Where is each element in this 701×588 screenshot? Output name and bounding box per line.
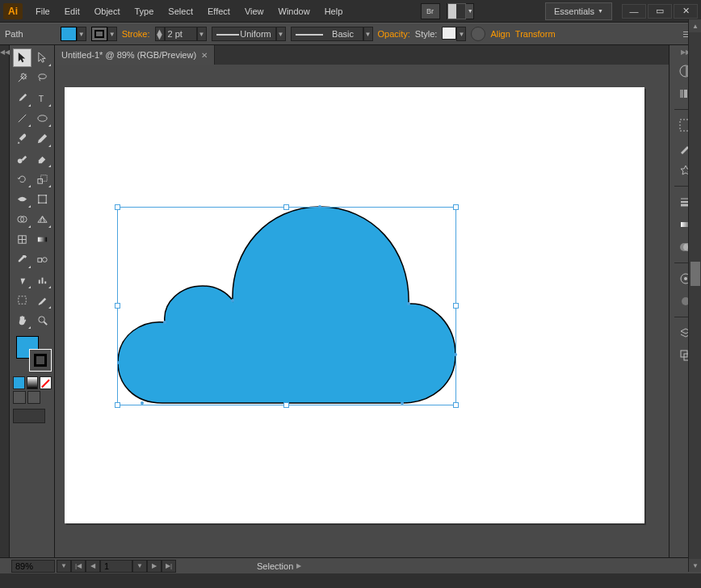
scroll-thumb[interactable] [691, 262, 700, 286]
status-mode-label: Selection [257, 561, 293, 571]
menu-help[interactable]: Help [318, 3, 350, 19]
brush-dropdown[interactable]: ▼ [363, 27, 373, 41]
left-dock-collapse[interactable]: ◀◀ [0, 45, 10, 557]
svg-rect-17 [38, 237, 47, 242]
brush-definition[interactable]: Basic [291, 27, 363, 41]
minimize-button[interactable]: — [622, 4, 646, 19]
fill-stroke-indicator[interactable] [13, 334, 52, 375]
maximize-button[interactable]: ▭ [648, 4, 672, 19]
hand-tool[interactable] [13, 311, 31, 330]
menu-type[interactable]: Type [128, 3, 161, 19]
none-mode-button[interactable] [40, 376, 52, 389]
prev-artboard-button[interactable]: ◀ [86, 560, 100, 573]
type-tool[interactable]: T [33, 89, 52, 107]
app-logo: Ai [3, 3, 23, 19]
menu-effect[interactable]: Effect [201, 3, 237, 19]
artboard-tool[interactable] [13, 291, 31, 309]
first-artboard-button[interactable]: |◀ [71, 560, 86, 573]
direct-selection-tool[interactable] [33, 48, 52, 67]
stroke-stepper[interactable]: ▲▼ [155, 27, 165, 41]
arrange-documents-button[interactable]: ▼ [447, 3, 474, 19]
fill-color-swatch[interactable] [61, 27, 77, 41]
profile-dropdown[interactable]: ▼ [276, 27, 286, 41]
symbol-sprayer-tool[interactable] [13, 271, 31, 289]
workspace-label: Essentials [554, 6, 594, 16]
ellipse-tool[interactable] [33, 109, 52, 128]
screen-mode-alt[interactable] [27, 391, 40, 404]
screen-mode-normal[interactable] [13, 391, 26, 404]
close-button[interactable]: ✕ [674, 4, 698, 19]
artboard-dropdown[interactable]: ▼ [132, 560, 147, 573]
recolor-artwork-button[interactable] [471, 27, 485, 41]
draw-mode-button[interactable] [13, 409, 45, 423]
paintbrush-tool[interactable] [13, 129, 31, 148]
resize-handle-br[interactable] [453, 402, 459, 408]
free-transform-tool[interactable] [33, 190, 52, 208]
stroke-color-swatch[interactable] [91, 27, 107, 41]
stroke-swatch-icon[interactable] [29, 349, 52, 372]
resize-handle-bl[interactable] [115, 402, 120, 408]
vertical-scrollbar[interactable]: ▲ ▼ [688, 19, 701, 572]
stroke-dropdown[interactable]: ▼ [107, 27, 117, 41]
resize-handle-tm[interactable] [283, 204, 289, 210]
gradient-mode-button[interactable] [27, 376, 39, 389]
magic-wand-tool[interactable] [13, 69, 31, 87]
artboard-number-input[interactable] [100, 560, 132, 573]
lasso-tool[interactable] [33, 69, 52, 87]
perspective-grid-tool[interactable] [33, 210, 52, 229]
menu-view[interactable]: View [238, 3, 271, 19]
selection-bounding-box[interactable] [117, 207, 456, 405]
last-artboard-button[interactable]: ▶| [162, 560, 176, 573]
align-link[interactable]: Align [490, 29, 510, 39]
resize-handle-bm[interactable] [283, 402, 289, 408]
blob-brush-tool[interactable] [13, 149, 31, 168]
menu-object[interactable]: Object [88, 3, 127, 19]
eyedropper-tool[interactable] [13, 250, 31, 269]
mesh-tool[interactable] [13, 230, 31, 249]
zoom-tool[interactable] [33, 311, 52, 330]
width-tool[interactable] [13, 190, 31, 208]
transform-link[interactable]: Transform [515, 29, 556, 39]
resize-handle-tr[interactable] [453, 204, 459, 210]
close-tab-icon[interactable]: ✕ [201, 51, 208, 60]
blend-tool[interactable] [33, 250, 52, 269]
resize-handle-mr[interactable] [453, 303, 459, 309]
gradient-tool[interactable] [33, 230, 52, 249]
eraser-tool[interactable] [33, 149, 52, 168]
resize-handle-ml[interactable] [115, 303, 120, 309]
graphic-style-swatch[interactable] [442, 27, 456, 40]
style-dropdown[interactable]: ▼ [456, 27, 466, 41]
menu-edit[interactable]: Edit [58, 3, 86, 19]
scroll-down-arrow[interactable]: ▼ [689, 559, 701, 572]
rotate-tool[interactable] [13, 170, 31, 188]
bridge-button[interactable]: Br [421, 3, 440, 19]
zoom-dropdown[interactable]: ▼ [57, 560, 71, 573]
slice-tool[interactable] [33, 291, 52, 309]
stroke-weight-input[interactable] [165, 27, 197, 41]
resize-handle-tl[interactable] [115, 204, 120, 210]
scale-tool[interactable] [33, 170, 52, 188]
pen-tool[interactable] [13, 89, 31, 107]
status-menu-arrow[interactable]: ▶ [296, 562, 301, 569]
selection-tool[interactable] [13, 48, 31, 67]
column-graph-tool[interactable] [33, 271, 52, 289]
canvas[interactable] [55, 65, 669, 557]
scroll-up-arrow[interactable]: ▲ [689, 19, 701, 32]
zoom-input[interactable] [11, 560, 55, 573]
artboard[interactable] [65, 87, 644, 523]
menu-select[interactable]: Select [162, 3, 199, 19]
color-mode-button[interactable] [13, 376, 25, 389]
pencil-tool[interactable] [33, 129, 52, 148]
fill-dropdown[interactable]: ▼ [77, 27, 86, 41]
menu-file[interactable]: File [29, 3, 57, 19]
menu-window[interactable]: Window [272, 3, 317, 19]
svg-point-19 [43, 258, 48, 262]
shape-builder-tool[interactable] [13, 210, 31, 229]
variable-width-profile[interactable]: Uniform [212, 27, 276, 41]
document-tab[interactable]: Untitled-1* @ 89% (RGB/Preview) ✕ [55, 45, 215, 65]
workspace-switcher[interactable]: Essentials ▼ [545, 2, 612, 20]
next-artboard-button[interactable]: ▶ [147, 560, 162, 573]
line-segment-tool[interactable] [13, 109, 31, 128]
opacity-label[interactable]: Opacity: [378, 29, 410, 39]
stroke-weight-dropdown[interactable]: ▼ [197, 27, 207, 41]
